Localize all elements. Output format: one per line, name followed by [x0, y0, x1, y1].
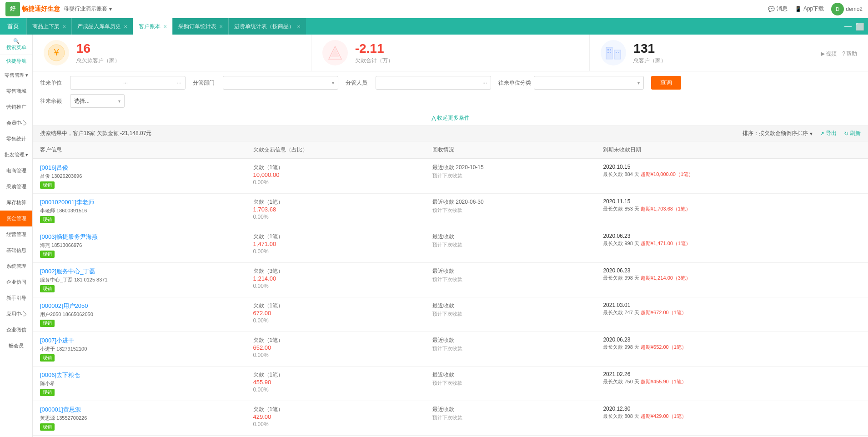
customer-phone: 海燕 18513066976	[40, 242, 239, 249]
debtors-icon: ¥	[47, 44, 65, 62]
overdue-amount-link[interactable]: 超期¥455.90（1笔）	[641, 379, 687, 384]
chevron-down-icon-dept: ▾	[332, 80, 334, 85]
customer-name-link[interactable]: [0003]畅捷服务尹海燕	[40, 233, 98, 240]
table-container: 客户信息 欠款交易信息（占比） 回收情况 到期未收款日期 [0016]吕俊 吕俊…	[33, 141, 868, 437]
tab-collapse-button[interactable]: —	[844, 22, 852, 30]
last-collect: 最近收款 2020-10-15	[432, 164, 588, 171]
filter-department-select[interactable]: ▾	[223, 76, 338, 90]
avatar: D	[831, 3, 844, 15]
sidebar-item-retail-store[interactable]: 零售商城	[0, 83, 32, 99]
user-profile[interactable]: D demo2	[831, 3, 863, 15]
filter-unit-category-select[interactable]: ▾	[534, 76, 644, 90]
video-link[interactable]: ▶ 视频	[821, 50, 837, 58]
tab-product-instock-close[interactable]: ✕	[124, 24, 127, 29]
customer-name-link[interactable]: [0002]服务中心_丁磊	[40, 268, 95, 275]
tab-product-shelf-close[interactable]: ✕	[62, 24, 66, 29]
last-collect: 最近收款	[432, 267, 588, 275]
svg-rect-11	[618, 52, 619, 53]
customer-info-cell: [0003]畅捷服务尹海燕 海燕 18513066976 现销	[33, 228, 246, 263]
sidebar-item-batch-mgmt[interactable]: 批发管理 ▾	[0, 147, 32, 163]
message-button[interactable]: 💬 消息	[768, 5, 788, 13]
collect-status-cell: 最近收款 2020-10-15 预计下次收款	[425, 159, 596, 194]
overdue-amount-link[interactable]: 超期¥672.00（1笔）	[641, 310, 687, 315]
collapse-button[interactable]: ⋀ 收起更多条件	[431, 114, 470, 122]
debt-info-cell: 欠款（1笔） 1,703.68 0.00%	[246, 194, 425, 228]
sidebar-item-basic-info[interactable]: 基础信息	[0, 242, 32, 258]
overdue-amount-link[interactable]: 超期¥652.00（1笔）	[641, 344, 687, 350]
sidebar-item-retail-mgmt[interactable]: 零售管理 ▾	[0, 67, 32, 83]
customer-name-link[interactable]: [000002]用户2050	[40, 302, 88, 309]
stat-total-customers: 131 总客户（家） ▶ 视频 ? 帮助	[590, 35, 868, 71]
tab-purchase-order[interactable]: 采购订单统计表 ✕	[172, 18, 228, 35]
refresh-button[interactable]: ↻ 刷新	[844, 130, 861, 137]
help-link[interactable]: ? 帮助	[842, 50, 857, 58]
sidebar-search[interactable]: 🔍 搜索菜单	[0, 35, 32, 55]
filter-manager-label: 分管人员	[346, 79, 373, 87]
filter-source-unit-input[interactable]: ···	[70, 76, 186, 90]
debt-amount: 10,000.00	[253, 171, 418, 178]
main-layout: 🔍 搜索菜单 快捷导航 零售管理 ▾ 零售商城 营销推广 会员中心 零售统计 批…	[0, 35, 868, 437]
overdue-amount-link[interactable]: 超期¥429.00（1笔）	[641, 413, 687, 419]
tab-instock-stats-close[interactable]: ✕	[297, 24, 301, 29]
due-date: 2020.10.15	[603, 164, 861, 170]
tab-product-shelf[interactable]: 商品上下架 ✕	[26, 18, 71, 35]
sidebar-item-marketing[interactable]: 营销推广	[0, 99, 32, 115]
filter-manager-input[interactable]: ···	[376, 76, 491, 90]
filter-balance-select[interactable]: 选择... ▾	[70, 94, 125, 108]
sidebar-item-app-center[interactable]: 应用中心	[0, 306, 32, 322]
sort-selector[interactable]: 排序：按欠款金额倒序排序 ▾	[743, 130, 813, 137]
overdue-days: 最长欠款 747 天 超期¥672.00（1笔）	[603, 309, 861, 316]
table-row: [0002]服务中心_丁磊 服务中心_丁磊 181 0125 8371 现销 欠…	[33, 263, 868, 297]
tab-instock-stats[interactable]: 进货单统计表（按商品） ✕	[228, 18, 306, 35]
customer-info-cell: [000002]用户2050 用户2050 18665062050 现销	[33, 297, 246, 332]
debt-pct: 0.00%	[253, 352, 418, 358]
sidebar-item-member[interactable]: 会员中心	[0, 115, 32, 131]
tab-product-instock[interactable]: 产成品入库单历史 ✕	[71, 18, 133, 35]
customer-name-link[interactable]: [0001020001]李老师	[40, 199, 94, 206]
overdue-amount-link[interactable]: 超期¥1,214.00（3笔）	[641, 275, 691, 281]
overdue-amount-link[interactable]: 超期¥1,703.68（1笔）	[641, 206, 691, 211]
sidebar-item-member-label: 会员中心	[6, 120, 26, 126]
tab-home[interactable]: 首页	[0, 18, 26, 35]
debt-pct: 0.00%	[253, 387, 418, 393]
last-collect: 最近收款	[432, 233, 588, 241]
collect-status-cell: 最近收款 预计下次收款	[425, 367, 596, 401]
due-date: 2020.06.23	[603, 337, 861, 343]
sidebar-item-vip-member[interactable]: 畅会员	[0, 338, 32, 354]
sidebar-quick-nav[interactable]: 快捷导航	[0, 55, 32, 67]
due-date: 2020.11.15	[603, 198, 861, 205]
chevron-up-icon: ⋀	[431, 115, 436, 121]
sidebar-item-retail-mgmt-label: 零售管理	[5, 72, 25, 79]
overdue-amount-link[interactable]: 超期¥1,471.00（1笔）	[641, 241, 691, 246]
sidebar-item-marketing-label: 营销推广	[6, 104, 26, 111]
overdue-days: 最长欠款 998 天 超期¥1,471.00（1笔）	[603, 240, 861, 247]
th-due-date: 到期未收款日期	[596, 141, 868, 159]
customer-name-link[interactable]: [0006]去下粮仓	[40, 372, 80, 378]
search-button[interactable]: 查询	[651, 76, 681, 90]
sidebar-item-retail-stats[interactable]: 零售统计	[0, 131, 32, 147]
collect-status-cell: 最近收款 预计下次收款	[425, 401, 596, 436]
customer-name-link[interactable]: [0007]小进干	[40, 337, 74, 344]
sidebar-item-ecommerce[interactable]: 电商管理	[0, 163, 32, 179]
due-date: 2020.06.23	[603, 267, 861, 274]
company-selector[interactable]: 母婴行业演示账套 ▾	[64, 5, 112, 13]
tab-customer-account-close[interactable]: ✕	[163, 24, 167, 29]
table-row: [0016]吕俊 吕俊 13026203696 现销 欠款（1笔） 10,000…	[33, 159, 868, 194]
customer-name-link[interactable]: [0016]吕俊	[40, 164, 68, 171]
customer-name-link[interactable]: [000001]黄思源	[40, 406, 81, 413]
sidebar-item-purchase[interactable]: 采购管理	[0, 179, 32, 195]
sidebar-item-capital[interactable]: 资金管理	[0, 211, 32, 226]
sidebar-item-enterprise-wechat[interactable]: 企业微信	[0, 322, 32, 338]
tab-purchase-order-close[interactable]: ✕	[219, 24, 223, 29]
sidebar-item-inventory[interactable]: 库存核算	[0, 195, 32, 211]
tab-fullscreen-button[interactable]: ⬜	[855, 22, 864, 31]
export-button[interactable]: ↗ 导出	[820, 130, 837, 137]
sidebar-item-new-guide[interactable]: 新手引导	[0, 290, 32, 306]
tab-customer-account[interactable]: 客户账本 ✕	[133, 18, 172, 35]
app-download-button[interactable]: 📱 App下载	[795, 5, 824, 13]
quick-nav-label: 快捷导航	[6, 58, 26, 64]
sidebar-item-system[interactable]: 系统管理	[0, 258, 32, 274]
overdue-amount-link[interactable]: 超期¥10,000.00（1笔）	[641, 171, 693, 177]
sidebar-item-operations[interactable]: 经营管理	[0, 226, 32, 242]
sidebar-item-enterprise-collab[interactable]: 企业协同	[0, 274, 32, 290]
